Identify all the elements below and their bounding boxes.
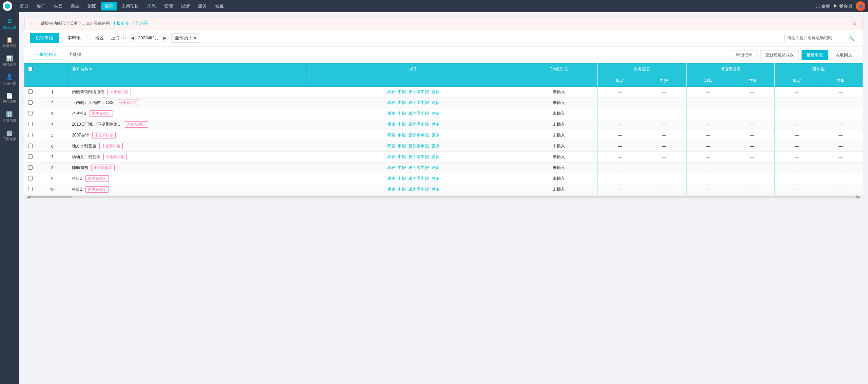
region-info-icon[interactable]: i bbox=[121, 36, 126, 40]
date-next-btn[interactable]: ▶ bbox=[161, 34, 169, 42]
nav-bookkeeping[interactable]: 记账 bbox=[84, 2, 100, 10]
nav-service[interactable]: 服务 bbox=[195, 2, 210, 10]
get-receipt-btn[interactable]: 收取回执 bbox=[831, 50, 857, 60]
nav-operation[interactable]: 经营 bbox=[178, 2, 193, 10]
sidebar-item-personal-tax[interactable]: 👤 个税申报 bbox=[0, 71, 19, 88]
sidebar-item-batch-tax[interactable]: 📋 批量报税 bbox=[0, 34, 19, 51]
scroll-right-btn[interactable]: ▶ bbox=[856, 194, 861, 198]
sidebar-item-tax-overview[interactable]: 📊 报税总览 bbox=[0, 52, 19, 69]
row-check-5[interactable] bbox=[28, 144, 33, 148]
sidebar-item-tax-settings[interactable]: ⚙ 报税设置 bbox=[0, 15, 19, 32]
op-1-8[interactable]: 申报 bbox=[398, 176, 406, 181]
op-1-6[interactable]: 申报 bbox=[398, 154, 406, 159]
avatar[interactable]: 👤 bbox=[856, 1, 865, 11]
row-checkbox-3[interactable] bbox=[25, 119, 36, 130]
sidebar-item-reconcile[interactable]: 🔢 汇算清缴 bbox=[0, 108, 19, 125]
notice-link-buy[interactable]: 立即购买 bbox=[132, 21, 148, 26]
notice-link-report[interactable]: 申报汇签 bbox=[113, 21, 129, 26]
op-3-6[interactable]: 更多 bbox=[431, 154, 439, 159]
col-select-all[interactable] bbox=[25, 64, 36, 75]
nav-invoice[interactable]: 票据 bbox=[67, 2, 83, 10]
op-0-6[interactable]: 税表 bbox=[387, 154, 395, 159]
declare-records-btn[interactable]: 申报记录 bbox=[731, 50, 757, 60]
sort-icon[interactable]: ▾ bbox=[90, 67, 92, 71]
row-check-6[interactable] bbox=[28, 154, 33, 159]
op-0-1[interactable]: 税表 bbox=[387, 100, 395, 105]
member-btn[interactable]: ▶ 畅会员 bbox=[833, 3, 852, 9]
row-checkbox-5[interactable] bbox=[25, 141, 36, 152]
row-check-0[interactable] bbox=[28, 89, 33, 94]
row-check-4[interactable] bbox=[28, 133, 33, 137]
nav-billing[interactable]: 收费 bbox=[50, 2, 66, 10]
op-2-8[interactable]: 设为零申报 bbox=[409, 176, 429, 181]
nav-business[interactable]: 工商项目 bbox=[118, 2, 142, 10]
op-0-8[interactable]: 税表 bbox=[387, 176, 395, 181]
tab-zero-declare[interactable]: 零申报 bbox=[62, 33, 86, 43]
search-icon[interactable]: 🔍 bbox=[848, 35, 854, 41]
op-1-1[interactable]: 申报 bbox=[398, 100, 406, 105]
nav-home[interactable]: 首页 bbox=[16, 2, 32, 10]
batch-declare-btn[interactable]: 批量申报 bbox=[802, 50, 828, 60]
row-checkbox-2[interactable] bbox=[25, 108, 36, 119]
op-2-0[interactable]: 设为零申报 bbox=[409, 89, 429, 94]
sub-tab-general[interactable]: 一般纳税人 bbox=[30, 49, 63, 60]
row-check-3[interactable] bbox=[28, 122, 33, 126]
sub-tab-small[interactable]: 小规模 bbox=[63, 49, 87, 60]
row-checkbox-4[interactable] bbox=[25, 130, 36, 141]
op-1-5[interactable]: 申报 bbox=[398, 144, 406, 148]
op-3-5[interactable]: 更多 bbox=[431, 144, 439, 148]
op-2-1[interactable]: 设为零申报 bbox=[409, 100, 429, 105]
op-1-0[interactable]: 申报 bbox=[398, 89, 406, 94]
op-1-4[interactable]: 申报 bbox=[398, 133, 406, 137]
op-2-5[interactable]: 设为零申报 bbox=[409, 144, 429, 148]
row-check-1[interactable] bbox=[28, 100, 33, 105]
op-0-0[interactable]: 税表 bbox=[387, 89, 395, 94]
row-check-7[interactable] bbox=[28, 165, 33, 170]
op-2-2[interactable]: 设为零申报 bbox=[409, 111, 429, 116]
fullscreen-btn[interactable]: ⛶ 全屏 bbox=[816, 3, 830, 9]
scroll-left-btn[interactable]: ◀ bbox=[26, 194, 31, 198]
row-checkbox-6[interactable] bbox=[25, 152, 36, 163]
tab-tax-declare[interactable]: 税款申报 bbox=[30, 33, 59, 43]
row-checkbox-1[interactable] bbox=[25, 98, 36, 108]
op-0-3[interactable]: 税表 bbox=[387, 122, 395, 127]
op-3-2[interactable]: 更多 bbox=[431, 111, 439, 116]
notice-close-btn[interactable]: ✕ bbox=[853, 21, 857, 26]
op-0-2[interactable]: 税表 bbox=[387, 111, 395, 116]
op-1-2[interactable]: 申报 bbox=[398, 111, 406, 116]
op-1-3[interactable]: 申报 bbox=[398, 122, 406, 127]
op-3-0[interactable]: 更多 bbox=[431, 89, 439, 94]
op-3-1[interactable]: 更多 bbox=[431, 100, 439, 105]
row-checkbox-9[interactable] bbox=[25, 184, 36, 195]
date-prev-btn[interactable]: ◀ bbox=[129, 34, 136, 42]
row-check-2[interactable] bbox=[28, 111, 33, 115]
update-data-btn[interactable]: 更新税定及取数 bbox=[760, 50, 799, 60]
ca-info-icon[interactable]: ⓘ bbox=[565, 67, 568, 71]
op-3-9[interactable]: 更多 bbox=[431, 187, 439, 192]
sidebar-item-business-report[interactable]: 🏢 工商年报 bbox=[0, 127, 19, 144]
row-checkbox-7[interactable] bbox=[25, 163, 36, 173]
op-2-9[interactable]: 设为零申报 bbox=[409, 187, 429, 192]
op-3-3[interactable]: 更多 bbox=[431, 122, 439, 127]
op-3-7[interactable]: 更多 bbox=[431, 165, 439, 170]
nav-messages[interactable]: 消息 bbox=[144, 2, 159, 10]
op-0-5[interactable]: 税表 bbox=[387, 144, 395, 148]
op-0-7[interactable]: 税表 bbox=[387, 165, 395, 170]
row-checkbox-0[interactable] bbox=[25, 87, 36, 98]
nav-client[interactable]: 客户 bbox=[33, 2, 49, 10]
row-checkbox-8[interactable] bbox=[25, 173, 36, 184]
nav-tax[interactable]: 报税 bbox=[101, 2, 117, 10]
row-check-8[interactable] bbox=[28, 176, 33, 180]
op-3-4[interactable]: 更多 bbox=[431, 133, 439, 137]
op-2-4[interactable]: 设为零申报 bbox=[409, 133, 429, 137]
nav-manage[interactable]: 管理 bbox=[161, 2, 176, 10]
op-0-9[interactable]: 税表 bbox=[387, 187, 395, 192]
op-3-8[interactable]: 更多 bbox=[431, 176, 439, 181]
scroll-bar[interactable]: ◀ ▶ bbox=[24, 195, 863, 198]
row-check-9[interactable] bbox=[28, 187, 33, 191]
op-2-7[interactable]: 设为零申报 bbox=[409, 165, 429, 170]
op-0-4[interactable]: 税表 bbox=[387, 133, 395, 137]
op-2-3[interactable]: 设为零申报 bbox=[409, 122, 429, 127]
dept-select[interactable]: 全部员工 ▾ bbox=[171, 33, 200, 43]
search-input[interactable] bbox=[787, 36, 848, 40]
